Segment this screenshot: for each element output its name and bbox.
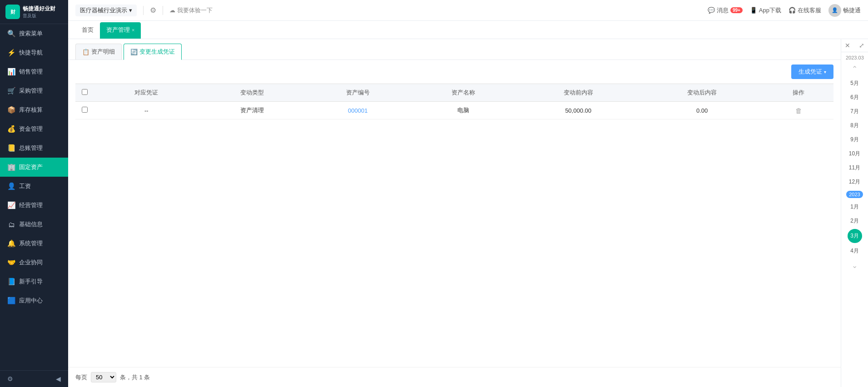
chevron-down-icon: ▾ [129,7,132,14]
settings-gear-icon[interactable]: ⚙ [150,6,156,15]
sidebar-item-label: 采购管理 [19,87,43,95]
sub-tab-change-voucher[interactable]: 🔄 变更生成凭证 [124,44,182,60]
col-header-asset-name: 资产名称 [411,84,516,102]
sidebar-item-label: 资金管理 [19,125,43,133]
sidebar-item-enterprise[interactable]: 🤝 企业协同 [0,253,68,272]
sidebar-nav: 🔍 搜索菜单 ⚡ 快捷导航 📊 销售管理 🛒 采购管理 📦 库存核算 💰 资金管… [0,24,68,370]
online-service-btn[interactable]: 🎧 在线客服 [789,6,821,15]
fixed-assets-icon: 🏢 [7,163,15,171]
table-body: -- 资产清理 000001 电脑 50,000.00 0.00 🗑 [75,102,833,119]
avatar: 👤 [828,4,841,17]
month-item-5[interactable]: 5月 [841,76,868,90]
tab-asset-mgmt[interactable]: 资产管理 × [100,22,141,39]
month-item-4[interactable]: 4月 [841,244,868,258]
sidebar-item-search[interactable]: 🔍 搜索菜单 [0,24,68,43]
sidebar-item-fixed-assets[interactable]: 🏢 固定资产 [0,158,68,177]
app-download-label: App下载 [759,6,781,15]
month-item-8[interactable]: 8月 [841,119,868,133]
col-header-change-type: 变动类型 [199,84,305,102]
purchase-icon: 🛒 [7,87,15,95]
row-checkbox[interactable] [82,107,88,113]
data-table: 对应凭证 变动类型 资产编号 资产名称 变动前内容 变动后内容 操作 [75,84,833,119]
month-item-3-current[interactable]: 3月 [848,229,862,243]
total-text: 条，共 1 条 [120,373,150,382]
right-panel-close-icon[interactable]: ✕ [845,42,850,49]
month-list: ⌃ 5月 6月 7月 8月 9月 10月 11月 12月 2023 1月 2月 … [841,61,868,387]
app-center-icon: 🟦 [7,297,15,305]
logo-icon: 财 [5,5,20,19]
col-header-voucher: 对应凭证 [94,84,199,102]
select-all-checkbox[interactable] [82,89,88,95]
tab-home[interactable]: 首页 [75,22,100,39]
row-asset-code[interactable]: 000001 [305,102,411,119]
per-page-label: 每页 [75,373,87,382]
settings-icon[interactable]: ⚙ [7,375,13,382]
payroll-icon: 👤 [7,182,15,190]
month-item-9[interactable]: 9月 [841,133,868,147]
sidebar-item-base-info[interactable]: 🗂 基础信息 [0,215,68,234]
right-panel-expand-icon[interactable]: ⤢ [859,42,864,49]
sub-tab-change-voucher-label: 变更生成凭证 [139,48,175,56]
sidebar-item-label: 快捷导航 [19,49,43,57]
nav-tabs: 首页 资产管理 × [68,21,868,39]
delete-button[interactable]: 🗑 [795,107,802,114]
year-badge[interactable]: 2023 [846,191,863,198]
download-icon: 📱 [750,7,757,14]
month-item-11[interactable]: 11月 [841,161,868,175]
tab-close-icon[interactable]: × [132,27,134,33]
sub-tab-asset-detail-label: 资产明细 [91,48,115,56]
message-btn[interactable]: 💬 消息 99+ [708,6,743,15]
row-voucher: -- [94,102,199,119]
sidebar-item-system[interactable]: 🔔 系统管理 [0,234,68,253]
row-operation: 🗑 [764,102,833,119]
generate-voucher-button[interactable]: 生成凭证 ▾ [791,64,833,79]
scroll-down-icon[interactable]: ⌄ [841,258,868,273]
month-item-10[interactable]: 10月 [841,147,868,161]
sidebar-bottom: ⚙ ◀ [0,370,68,387]
generate-voucher-label: 生成凭证 [799,68,822,76]
sidebar-item-inventory[interactable]: 📦 库存核算 [0,100,68,119]
sidebar-item-funds[interactable]: 💰 资金管理 [0,119,68,139]
sidebar-item-operations[interactable]: 📈 经营管理 [0,196,68,215]
col-header-after-change: 变动后内容 [640,84,764,102]
main-content: 医疗器械行业演示 ▾ ⚙ ☁ 我要体验一下 💬 消息 99+ 📱 App下载 🎧… [68,0,868,387]
month-item-2[interactable]: 2月 [841,214,868,228]
pagination: 每页 10 20 50 100 条，共 1 条 [68,367,841,387]
page-content: 📋 资产明细 🔄 变更生成凭证 生成凭证 ▾ [68,39,868,387]
sub-tabs: 📋 资产明细 🔄 变更生成凭证 [68,39,841,60]
sidebar-item-quick-nav[interactable]: ⚡ 快捷导航 [0,43,68,62]
table-wrap: 对应凭证 变动类型 资产编号 资产名称 变动前内容 变动后内容 操作 [68,84,841,367]
col-header-before-change: 变动前内容 [516,84,640,102]
month-item-12[interactable]: 12月 [841,175,868,189]
experience-btn[interactable]: ☁ 我要体验一下 [169,6,213,15]
month-item-1[interactable]: 1月 [841,200,868,214]
row-checkbox-cell [75,102,94,119]
user-profile-btn[interactable]: 👤 畅捷通 [828,4,861,17]
app-download-btn[interactable]: 📱 App下载 [750,6,781,15]
sidebar-item-ledger[interactable]: 📒 总账管理 [0,139,68,158]
funds-icon: 💰 [7,125,15,133]
row-after-change: 0.00 [640,102,764,119]
sidebar-item-sales[interactable]: 📊 销售管理 [0,62,68,81]
per-page-select[interactable]: 10 20 50 100 [91,372,116,382]
company-selector[interactable]: 医疗器械行业演示 ▾ [75,5,137,16]
scroll-up-icon[interactable]: ⌃ [841,61,868,76]
sidebar-item-guide[interactable]: 📘 新手引导 [0,272,68,291]
company-name: 医疗器械行业演示 [80,6,127,15]
month-item-6[interactable]: 6月 [841,90,868,104]
sidebar-item-app-center[interactable]: 🟦 应用中心 [0,291,68,310]
message-badge: 99+ [730,7,743,13]
row-before-change: 50,000.00 [516,102,640,119]
toolbar: 生成凭证 ▾ [68,60,841,84]
username-label: 畅捷通 [843,6,861,15]
sidebar-item-label: 固定资产 [19,163,43,171]
sidebar-item-purchase[interactable]: 🛒 采购管理 [0,81,68,100]
toggle-sidebar-icon[interactable]: ◀ [56,375,61,382]
online-service-label: 在线客服 [798,6,821,15]
sidebar-item-label: 系统管理 [19,239,43,248]
right-panel-header: ✕ ⤢ [841,39,868,52]
sub-tab-asset-detail[interactable]: 📋 资产明细 [75,44,122,60]
sidebar-item-payroll[interactable]: 👤 工资 [0,177,68,196]
table-header-row: 对应凭证 变动类型 资产编号 资产名称 变动前内容 变动后内容 操作 [75,84,833,102]
month-item-7[interactable]: 7月 [841,104,868,119]
